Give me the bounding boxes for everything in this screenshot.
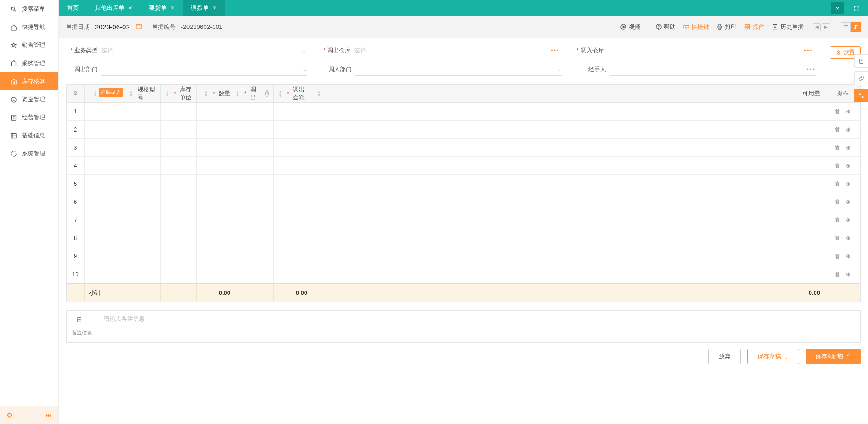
delete-row-icon[interactable]: 🗑 [835,126,840,133]
save-draft-button[interactable]: 保存草稿⌄ [747,349,799,364]
add-row-icon[interactable]: ⊕ [846,253,851,259]
calendar-icon[interactable] [135,23,142,31]
delete-row-icon[interactable]: 🗑 [835,162,840,169]
delete-row-icon[interactable]: 🗑 [835,108,840,115]
save-new-button[interactable]: 保存&新增⌃ [806,349,861,364]
biz-type-select[interactable]: 选择...⌄ [101,44,306,57]
table-row[interactable]: 3🗑⊕ [67,139,860,157]
remark-input[interactable] [97,311,860,342]
close-all-icon[interactable]: ✕ [831,2,844,14]
tab-bar: 首页 其他出库单✕ 要货单✕ 调拨单✕ ✕ [59,0,868,16]
view-list-button[interactable] [841,22,851,32]
tab-other-outbound[interactable]: 其他出库单✕ [87,0,141,16]
th-product[interactable]: ▲▼*商品扫码录入 [85,85,124,102]
delete-row-icon[interactable]: 🗑 [835,271,840,278]
docno-label: 单据编号 [152,23,176,31]
th-available[interactable]: ▲▼可用量 [312,85,825,102]
svg-rect-46 [77,317,81,322]
tab-home[interactable]: 首页 [59,0,87,16]
svg-point-15 [11,151,16,156]
basic-icon [10,132,17,139]
th-config[interactable]: ⚙ [67,85,85,102]
sidebar-item-sales[interactable]: 销售管理 [0,36,58,54]
add-row-icon[interactable]: ⊕ [846,108,851,115]
add-row-icon[interactable]: ⊕ [846,126,851,133]
th-out-price[interactable]: ▲▼*调出...? [235,85,274,102]
close-icon[interactable]: ✕ [170,5,175,11]
add-row-icon[interactable]: ⊕ [846,198,851,205]
in-warehouse-select[interactable]: ••• [608,44,813,57]
table-row[interactable]: 7🗑⊕ [67,211,860,229]
table-row[interactable]: 2🗑⊕ [67,121,860,139]
add-row-icon[interactable]: ⊕ [846,217,851,223]
table-row[interactable]: 8🗑⊕ [67,229,860,247]
next-doc-button[interactable]: ▶ [822,23,830,31]
docno-value: -20230602-001 [181,24,223,30]
sidebar-item-operation[interactable]: 经营管理 [0,108,58,127]
close-icon[interactable]: ✕ [212,5,217,11]
scan-badge[interactable]: 扫码录入 [99,88,123,97]
gear-icon[interactable]: ⚙ [6,411,13,419]
th-spec[interactable]: ▲▼规格型号 [124,85,161,102]
delete-row-icon[interactable]: 🗑 [835,235,840,241]
add-row-icon[interactable]: ⊕ [846,144,851,151]
delete-row-icon[interactable]: 🗑 [835,217,840,223]
tab-transfer[interactable]: 调拨单✕ [183,0,225,16]
row-index: 2 [67,121,85,138]
th-qty[interactable]: ▲▼*数量 [197,85,235,102]
delete-row-icon[interactable]: 🗑 [835,198,840,205]
sidebar-item-purchase[interactable]: 采购管理 [0,54,58,72]
table-row[interactable]: 5🗑⊕ [67,175,860,193]
remark-side-label: 备注信息 [72,330,92,336]
discard-button[interactable]: 放弃 [708,349,741,364]
sidebar-item-system[interactable]: 系统管理 [0,145,58,163]
table-row[interactable]: 9🗑⊕ [67,247,860,265]
help-link[interactable]: 帮助 [655,23,676,31]
row-index: 3 [67,139,85,156]
sidebar-item-search[interactable]: 搜索菜单 [0,0,58,18]
delete-row-icon[interactable]: 🗑 [835,253,840,259]
rail-doc-icon[interactable] [854,54,868,68]
out-warehouse-select[interactable]: 选择...••• [354,44,559,57]
view-form-button[interactable] [851,22,861,32]
th-unit[interactable]: ▲▼*库存单位 [161,85,197,102]
add-row-icon[interactable]: ⊕ [846,235,851,241]
fund-icon [10,96,17,103]
inventory-icon [10,78,17,85]
shortcut-link[interactable]: 快捷键 [683,23,709,31]
tab-request[interactable]: 要货单✕ [141,0,183,16]
table-row[interactable]: 4🗑⊕ [67,157,860,175]
rail-expand-icon[interactable] [854,89,868,102]
sidebar-item-fund[interactable]: 资金管理 [0,90,58,108]
add-row-icon[interactable]: ⊕ [846,162,851,169]
collapse-icon[interactable]: ⏮ [46,411,52,419]
out-dept-select[interactable]: ⌄ [101,63,307,76]
sidebar-item-quicknav[interactable]: 快捷导航 [0,18,58,36]
th-out-amount[interactable]: ▲▼*调出金额 [274,85,312,102]
help-icon[interactable]: ? [265,90,269,97]
prev-doc-button[interactable]: ◀ [813,23,821,31]
note-icon [76,317,87,328]
handler-select[interactable]: ••• [610,63,816,76]
table-row[interactable]: 1🗑⊕ [67,103,860,121]
print-link[interactable]: 打印 [716,23,737,31]
delete-row-icon[interactable]: 🗑 [835,144,840,151]
history-link[interactable]: 历史单据 [772,23,804,31]
date-value[interactable]: 2023-06-02 [95,23,130,31]
delete-row-icon[interactable]: 🗑 [835,180,840,187]
rail-link-icon[interactable] [854,71,868,85]
table-row[interactable]: 6🗑⊕ [67,193,860,211]
subtotal-qty: 0.00 [197,284,235,302]
field-in-dept: 调入部门 ⌄ [320,61,561,78]
add-row-icon[interactable]: ⊕ [846,271,851,278]
add-row-icon[interactable]: ⊕ [846,180,851,187]
sidebar-item-inventory[interactable]: 库存核算 [0,72,58,90]
operate-link[interactable]: 操作 [744,23,764,31]
video-link[interactable]: 视频 [620,23,640,31]
sidebar-item-label: 资金管理 [22,95,45,104]
sidebar-item-basic[interactable]: 基础信息 [0,127,58,145]
close-icon[interactable]: ✕ [128,5,133,11]
fullscreen-icon[interactable] [850,2,863,14]
in-dept-select[interactable]: ⌄ [355,63,561,76]
table-row[interactable]: 10🗑⊕ [67,265,860,283]
